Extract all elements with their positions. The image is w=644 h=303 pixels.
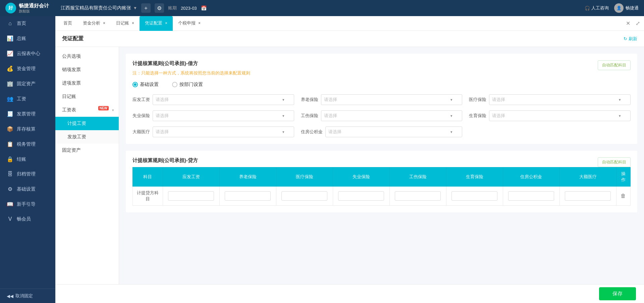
sidebar-item-closing[interactable]: 🔒 结账 — [0, 152, 55, 167]
user-area[interactable]: 👤 畅捷通 — [614, 3, 639, 13]
sidebar-item-capital[interactable]: 💰 资金管理 — [0, 61, 55, 76]
sidebar-label-capital: 资金管理 — [17, 66, 36, 72]
tab-voucher-close[interactable]: × — [165, 21, 167, 26]
select-housing-placeholder: 请选择 — [328, 129, 341, 135]
inner-nav-journal[interactable]: 日记账 — [55, 90, 119, 103]
sidebar-label-inventory: 库存核算 — [17, 126, 36, 132]
select-unemployment[interactable]: 请选择 ▾ — [153, 110, 294, 121]
select-bigmedical[interactable]: 请选择 ▾ — [153, 127, 294, 137]
td-pension-input[interactable] — [225, 191, 271, 201]
tab-tax-close[interactable]: × — [198, 21, 201, 26]
td-injury-input[interactable] — [395, 191, 441, 201]
td-medical-input-cell — [276, 187, 333, 206]
sidebar-item-archive[interactable]: 🗄 归档管理 — [0, 167, 55, 182]
td-bigmedical-input[interactable] — [565, 191, 611, 201]
tab-capital-close[interactable]: × — [103, 21, 105, 26]
member-icon: V — [7, 216, 13, 222]
tab-capital-label: 资金分析 — [83, 20, 100, 26]
payroll-icon: 👥 — [7, 96, 13, 102]
company-name: 江西服宝精品有限责任公司内账张 — [61, 5, 131, 11]
td-salary-input[interactable] — [168, 191, 214, 201]
sidebar-label-home: 首页 — [17, 20, 26, 27]
sidebar-label-closing: 结账 — [17, 156, 26, 162]
sidebar-label-archive: 归档管理 — [17, 171, 36, 177]
add-button[interactable]: ＋ — [141, 3, 151, 13]
debit-form-grid: 应发工资 请选择 ▾ 养老保险 请选择 ▾ — [132, 94, 631, 137]
row-delete-button[interactable]: 🗑 — [621, 193, 626, 199]
save-button[interactable]: 保存 — [599, 287, 636, 300]
table-row: 计提贷方科目 🗑 — [133, 187, 631, 206]
radio-department[interactable]: 按部门设置 — [172, 82, 203, 88]
reports-icon: 📈 — [7, 50, 13, 57]
radio-basic[interactable]: 基础设置 — [132, 82, 159, 88]
home-icon: ⌂ — [7, 20, 13, 27]
company-select[interactable]: 江西服宝精品有限责任公司内账张 ▼ — [61, 5, 137, 11]
sidebar-item-ledger[interactable]: 📊 总账 — [0, 31, 55, 46]
th-pension: 养老保险 — [219, 167, 276, 187]
credit-table-wrapper: 科目 应发工资 养老保险 医疗保险 失业保险 工伤保险 生育保险 住房公积金 大… — [132, 167, 631, 206]
label-medical: 医疗保险 — [469, 97, 486, 103]
tab-bar-actions: ✕ ⤢ — [625, 19, 641, 28]
sidebar-label-reports: 云报表中心 — [17, 51, 40, 57]
sidebar-item-home[interactable]: ⌂ 首页 — [0, 16, 55, 31]
sidebar-item-inventory[interactable]: 📦 库存核算 — [0, 121, 55, 137]
select-housing[interactable]: 请选择 ▾ — [325, 127, 463, 137]
table-header-row: 科目 应发工资 养老保险 医疗保险 失业保险 工伤保险 生育保险 住房公积金 大… — [133, 167, 631, 187]
calendar-icon[interactable]: 📅 — [201, 5, 207, 11]
inner-nav-sales[interactable]: 销项发票 — [55, 63, 119, 77]
td-unemployment-input[interactable] — [338, 191, 384, 201]
tab-home[interactable]: 首页 — [58, 16, 77, 31]
td-medical-input[interactable] — [281, 191, 327, 201]
sidebar-item-payroll[interactable]: 👥 工资 — [0, 91, 55, 106]
sidebar-label-fixed: 固定资产 — [17, 81, 36, 87]
select-pension[interactable]: 请选择 ▾ — [321, 94, 463, 105]
close-window-icon[interactable]: ✕ — [625, 19, 632, 28]
expand-arrow-icon: ▾ — [112, 108, 114, 112]
td-injury-input-cell — [389, 187, 446, 206]
sidebar-item-tax[interactable]: 📋 税务管理 — [0, 137, 55, 152]
settings-button[interactable]: ⚙ — [155, 3, 164, 13]
tab-capital[interactable]: 资金分析 × — [77, 16, 111, 31]
tab-tax[interactable]: 个税申报 × — [173, 16, 206, 31]
capital-icon: 💰 — [7, 65, 13, 72]
main-form: 计提核算规则(公司承担)-借方 注：只能选择一种方式，系统将按照您当前的选择来配… — [119, 47, 644, 284]
save-bar: 保存 — [55, 284, 644, 303]
refresh-button[interactable]: ↻ 刷新 — [624, 36, 637, 42]
select-medical[interactable]: 请选择 ▾ — [489, 94, 631, 105]
inner-nav-payroll-calc[interactable]: 计提工资 — [55, 117, 119, 130]
tab-voucher[interactable]: 凭证配置 × — [140, 16, 173, 31]
inner-nav-fixed-assets[interactable]: 固定资产 — [55, 144, 119, 157]
expand-window-icon[interactable]: ⤢ — [634, 19, 641, 28]
select-salary[interactable]: 请选择 ▾ — [153, 94, 294, 105]
sidebar-item-guide[interactable]: 📖 新手引导 — [0, 197, 55, 212]
inner-nav-public[interactable]: 公共选项 — [55, 50, 119, 63]
user-avatar: 👤 — [614, 3, 624, 13]
td-maternity-input[interactable] — [451, 191, 497, 201]
td-housing-input[interactable] — [508, 191, 554, 201]
service-button[interactable]: 🎧 人工咨询 — [585, 5, 609, 11]
inner-nav-payroll-pay[interactable]: 发放工资 — [55, 130, 119, 144]
th-unemployment: 失业保险 — [333, 167, 389, 187]
radio-department-circle — [172, 82, 177, 87]
sidebar-item-settings[interactable]: ⚙ 基础设置 — [0, 182, 55, 197]
inner-nav-purchase[interactable]: 进项发票 — [55, 77, 119, 90]
sidebar-unpin-button[interactable]: ◀◀ 取消固定 — [0, 289, 55, 303]
sidebar-item-reports[interactable]: 📈 云报表中心 — [0, 46, 55, 61]
sidebar-item-member[interactable]: V 畅会员 — [0, 212, 55, 226]
sidebar-label-settings: 基础设置 — [17, 186, 36, 192]
inner-nav-payroll-table[interactable]: 工资表 NEW ▾ — [55, 103, 119, 117]
tab-journal-label: 日记账 — [116, 20, 129, 26]
ledger-icon: 📊 — [7, 35, 13, 42]
credit-auto-match-button[interactable]: 自动匹配科目 — [598, 157, 631, 167]
page-header: 凭证配置 ↻ 刷新 — [55, 31, 644, 47]
select-injury[interactable]: 请选择 ▾ — [321, 110, 463, 121]
debit-auto-match-button[interactable]: 自动匹配科目 — [598, 60, 631, 70]
sidebar-item-fixed[interactable]: 🏢 固定资产 — [0, 76, 55, 91]
form-item-injury: 工伤保险 请选择 ▾ — [301, 110, 463, 121]
select-maternity[interactable]: 请选择 ▾ — [489, 110, 631, 121]
tab-journal[interactable]: 日记账 × — [111, 16, 140, 31]
headset-icon: 🎧 — [585, 6, 590, 11]
sidebar-item-invoice[interactable]: 🧾 发票管理 — [0, 106, 55, 121]
th-injury: 工伤保险 — [389, 167, 446, 187]
tab-journal-close[interactable]: × — [132, 21, 134, 26]
